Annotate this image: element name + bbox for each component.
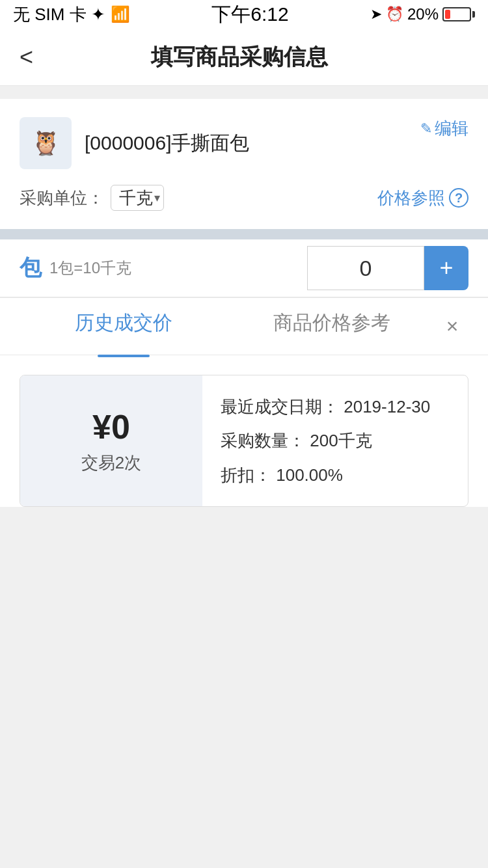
status-bar: 无 SIM 卡 ✦ 📶 下午6:12 ➤ ⏰ 20%: [0, 0, 488, 29]
price-ref-button[interactable]: 价格参照 ?: [377, 187, 468, 210]
transaction-quantity: 采购数量： 200千克: [221, 429, 450, 452]
transaction-right: 最近成交日期： 2019-12-30 采购数量： 200千克 折扣： 100.0…: [202, 375, 468, 506]
product-top: 🦉 [0000006]手撕面包 ✎ 编辑: [20, 117, 468, 169]
quantity-row: 包 1包=10千克 0 +: [0, 239, 488, 297]
back-button[interactable]: <: [20, 44, 33, 71]
unit-label: 采购单位：: [20, 187, 104, 210]
product-left: 🦉 [0000006]手撕面包: [20, 117, 249, 169]
quantity-detail-label: 采购数量：: [221, 431, 305, 450]
price-ref-label: 价格参照: [377, 187, 445, 210]
edit-button[interactable]: ✎ 编辑: [420, 117, 468, 140]
transaction-discount: 折扣： 100.00%: [221, 463, 450, 487]
header: < 填写商品采购信息: [0, 29, 488, 86]
status-left: 无 SIM 卡 ✦ 📶: [13, 3, 130, 26]
quantity-input[interactable]: 0: [307, 246, 424, 290]
discount-value: 100.00%: [276, 465, 343, 485]
tab-history-price[interactable]: 历史成交价: [20, 310, 228, 343]
product-thumbnail: 🦉: [20, 117, 72, 169]
section-divider: [0, 229, 488, 239]
alarm-icon: ⏰: [386, 6, 403, 23]
bottom-panel: 历史成交价 商品价格参考 × ¥0 交易2次 最近成交日期： 2019-12-3…: [0, 297, 488, 507]
quantity-label: 包 1包=10千克: [20, 253, 131, 283]
tab-bar: 历史成交价 商品价格参考 ×: [0, 298, 488, 355]
edit-label: 编辑: [435, 117, 468, 140]
unit-select[interactable]: 千克: [111, 185, 164, 211]
transaction-recent-date: 最近成交日期： 2019-12-30: [221, 395, 450, 418]
quantity-plus-button[interactable]: +: [424, 246, 468, 290]
recent-date-label: 最近成交日期：: [221, 397, 339, 416]
recent-date-value: 2019-12-30: [344, 397, 430, 416]
discount-label: 折扣：: [221, 465, 271, 485]
battery-percent: 20%: [407, 5, 439, 23]
quantity-detail-value: 200千克: [310, 431, 372, 450]
tab-close-button[interactable]: ×: [436, 310, 468, 343]
transaction-price: ¥0: [92, 407, 130, 446]
quantity-controls: 0 +: [307, 246, 468, 290]
quantity-conversion: 1包=10千克: [49, 258, 131, 278]
status-time: 下午6:12: [211, 1, 288, 28]
help-icon[interactable]: ?: [449, 188, 468, 208]
location-icon: ➤: [370, 6, 382, 23]
wifi-icon: 📶: [111, 5, 130, 23]
quantity-unit-badge: 包: [20, 253, 42, 283]
transaction-card: ¥0 交易2次 最近成交日期： 2019-12-30 采购数量： 200千克 折…: [20, 375, 468, 507]
edit-icon: ✎: [420, 120, 432, 137]
unit-row: 采购单位： 千克: [20, 185, 164, 211]
status-right: ➤ ⏰ 20%: [370, 5, 475, 23]
product-name: [0000006]手撕面包: [85, 130, 249, 157]
transaction-left: ¥0 交易2次: [20, 375, 202, 506]
tab-price-reference[interactable]: 商品价格参考: [228, 310, 436, 343]
battery-icon: [442, 7, 475, 21]
page-title: 填写商品采购信息: [46, 42, 432, 72]
sim-label: 无 SIM 卡 ✦: [13, 3, 105, 26]
product-card: 🦉 [0000006]手撕面包 ✎ 编辑 采购单位： 千克 价格参照 ?: [0, 99, 488, 229]
product-bottom: 采购单位： 千克 价格参照 ?: [20, 185, 468, 211]
page-background: [0, 526, 488, 868]
transaction-times: 交易2次: [81, 452, 141, 474]
product-logo-icon: 🦉: [31, 129, 61, 157]
unit-select-wrap[interactable]: 千克: [111, 185, 164, 211]
